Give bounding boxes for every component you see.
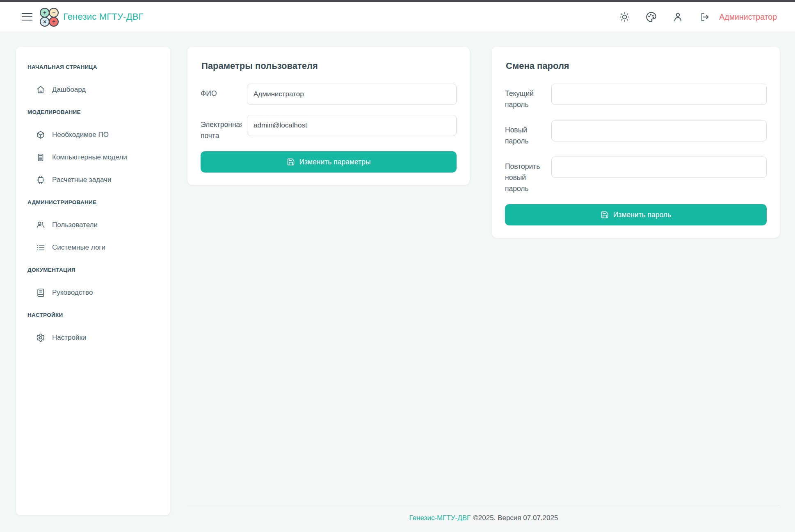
footer-brand-link[interactable]: Генезис-МГТУ-ДВГ [409,514,471,522]
save-icon [601,211,609,219]
logout-icon[interactable] [699,11,710,23]
sidebar-item-users[interactable]: Пользователи [16,214,170,236]
page-footer: Генезис-МГТУ-ДВГ©2025. Версия 07.07.2025 [187,505,780,532]
sidebar-item-computer-models[interactable]: Компьютерные модели [16,146,170,168]
new-password-input[interactable] [551,120,767,141]
package-icon [36,130,45,139]
change-password-button[interactable]: Изменить пароль [505,204,767,225]
home-icon [36,85,45,94]
sidebar-section-documentation: ДОКУМЕНТАЦИЯ [16,259,170,281]
sidebar-item-dashboard[interactable]: Дашбоард [16,78,170,101]
save-parameters-label: Изменить параметры [299,158,371,166]
app-header: + − × ÷ Генезис МГТУ-ДВГ [0,2,795,32]
form-row-fio: ФИО [201,84,457,105]
sidebar-item-label: Компьютерные модели [52,153,127,161]
form-row-repeat-password: Повторить новый пароль [505,157,767,194]
logo-plus-circle: + [40,8,50,18]
sidebar-section-modeling: МОДЕЛИРОВАНИЕ [16,101,170,123]
sidebar-section-home: НАЧАЛЬНАЯ СТРАНИЦА [16,56,170,78]
repeat-password-input[interactable] [551,157,767,178]
user-parameters-card: Параметры пользователя ФИО Электронная п… [187,47,470,185]
repeat-password-label: Повторить новый пароль [505,157,546,194]
sidebar-item-manual[interactable]: Руководство [16,281,170,304]
cards-row: Параметры пользователя ФИО Электронная п… [187,47,780,238]
app-logo: + − × ÷ [40,8,58,26]
logo-minus-circle: − [49,8,59,18]
sidebar-item-label: Руководство [52,289,93,297]
sidebar-item-label: Расчетные задачи [52,176,111,184]
main-content: Параметры пользователя ФИО Электронная п… [187,47,780,532]
header-actions: Администратор [619,11,777,23]
users-icon [36,221,45,230]
email-input[interactable] [247,115,457,136]
card-title: Смена пароля [506,61,767,71]
list-icon [36,243,45,252]
theme-palette-icon[interactable] [646,11,657,23]
fio-input[interactable] [247,84,457,105]
gear-icon [36,333,45,342]
current-password-label: Текущий пароль [505,84,546,110]
change-password-label: Изменить пароль [613,211,671,219]
new-password-label: Новый пароль [505,120,546,147]
sidebar-item-label: Настройки [52,334,86,342]
cpu-icon [36,175,45,184]
fio-label: ФИО [201,84,242,105]
sidebar-item-settings[interactable]: Настройки [16,326,170,349]
change-password-card: Смена пароля Текущий пароль Новый пароль… [492,47,780,238]
logo-divide-circle: ÷ [49,17,59,27]
sidebar-section-administration: АДМИНИСТРИРОВАНИЕ [16,191,170,214]
form-row-new-password: Новый пароль [505,120,767,147]
email-label: Электронная почта [201,115,242,141]
hamburger-menu-button[interactable] [21,11,34,23]
current-user-label[interactable]: Администратор [719,12,777,22]
sidebar-item-system-logs[interactable]: Системные логи [16,236,170,259]
sidebar-item-label: Необходимое ПО [52,131,109,139]
save-parameters-button[interactable]: Изменить параметры [201,151,457,173]
book-icon [36,288,45,297]
save-icon [287,158,295,166]
brightness-icon[interactable] [619,11,630,23]
sidebar-item-required-software[interactable]: Необходимое ПО [16,123,170,146]
sidebar: НАЧАЛЬНАЯ СТРАНИЦА Дашбоард МОДЕЛИРОВАНИ… [16,47,170,515]
logo-multiply-circle: × [40,17,50,27]
footer-version-text: ©2025. Версия 07.07.2025 [473,514,558,522]
calculator-icon [36,153,45,162]
current-password-input[interactable] [551,84,767,105]
form-row-current-password: Текущий пароль [505,84,767,110]
sidebar-section-settings: НАСТРОЙКИ [16,304,170,326]
sidebar-item-label: Дашбоард [52,86,86,94]
sidebar-item-label: Системные логи [52,243,105,252]
profile-icon[interactable] [672,11,683,23]
page-layout: НАЧАЛЬНАЯ СТРАНИЦА Дашбоард МОДЕЛИРОВАНИ… [0,32,795,532]
sidebar-item-label: Пользователи [52,221,98,229]
brand-title: Генезис МГТУ-ДВГ [63,11,144,22]
card-title: Параметры пользователя [201,61,457,71]
sidebar-item-calc-tasks[interactable]: Расчетные задачи [16,168,170,191]
form-row-email: Электронная почта [201,115,457,141]
